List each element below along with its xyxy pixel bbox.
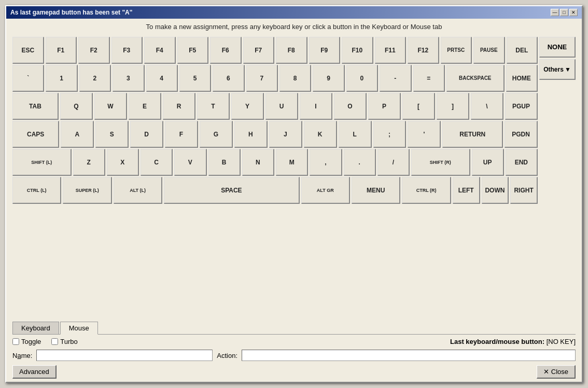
key-z[interactable]: Z xyxy=(73,149,105,176)
key-8[interactable]: 8 xyxy=(279,65,311,92)
key-7[interactable]: 7 xyxy=(246,65,278,92)
key-k[interactable]: K xyxy=(304,121,337,148)
key-c[interactable]: C xyxy=(141,149,173,176)
key-9[interactable]: 9 xyxy=(313,65,344,92)
key-pgup[interactable]: PGUP xyxy=(505,93,538,120)
key-prtsc[interactable]: PRTSC xyxy=(441,37,472,64)
minimize-button[interactable]: — xyxy=(551,9,559,16)
key-d[interactable]: D xyxy=(130,121,163,148)
key-f6[interactable]: F6 xyxy=(210,37,242,64)
others-button[interactable]: Others ▼ xyxy=(539,59,576,80)
advanced-button[interactable]: Advanced xyxy=(12,365,57,379)
key-shift-right[interactable]: SHIFT (R) xyxy=(411,149,470,176)
key-f[interactable]: F xyxy=(165,121,198,148)
action-input[interactable] xyxy=(242,350,576,361)
tab-keyboard[interactable]: Keyboard xyxy=(12,322,59,334)
key-o[interactable]: O xyxy=(334,93,367,120)
key-j[interactable]: J xyxy=(269,121,302,148)
key-end[interactable]: END xyxy=(506,149,538,176)
key-backtick[interactable]: ` xyxy=(12,65,44,92)
key-quote[interactable]: ' xyxy=(408,121,441,148)
key-down[interactable]: DOWN xyxy=(482,177,509,204)
key-t[interactable]: T xyxy=(197,93,230,120)
key-p[interactable]: P xyxy=(368,93,401,120)
key-f2[interactable]: F2 xyxy=(78,37,110,64)
key-home[interactable]: HOME xyxy=(506,65,538,92)
key-slash[interactable]: / xyxy=(377,149,410,176)
key-3[interactable]: 3 xyxy=(113,65,144,92)
key-u[interactable]: U xyxy=(265,93,298,120)
key-2[interactable]: 2 xyxy=(79,65,111,92)
key-s[interactable]: S xyxy=(95,121,129,148)
key-comma[interactable]: , xyxy=(310,149,342,176)
turbo-checkbox[interactable] xyxy=(51,338,58,345)
key-period[interactable]: . xyxy=(344,149,376,176)
toggle-checkbox[interactable] xyxy=(12,338,19,345)
key-rbracket[interactable]: ] xyxy=(437,93,469,120)
key-minus[interactable]: - xyxy=(380,65,411,92)
key-up[interactable]: UP xyxy=(472,149,504,176)
toggle-text: Toggle xyxy=(21,338,41,345)
key-menu[interactable]: MENU xyxy=(352,177,400,204)
key-e[interactable]: E xyxy=(129,93,161,120)
key-esc[interactable]: ESC xyxy=(12,37,44,64)
key-f7[interactable]: F7 xyxy=(243,37,275,64)
key-f4[interactable]: F4 xyxy=(144,37,176,64)
key-backspace[interactable]: BACKSPACE xyxy=(446,65,505,92)
key-left[interactable]: LEFT xyxy=(453,177,480,204)
key-pgdn[interactable]: PGDN xyxy=(505,121,538,148)
key-l[interactable]: L xyxy=(339,121,372,148)
key-g[interactable]: G xyxy=(200,121,233,148)
key-pause[interactable]: PAUSE xyxy=(473,37,505,64)
key-i[interactable]: I xyxy=(300,93,332,120)
key-f1[interactable]: F1 xyxy=(46,37,77,64)
name-input[interactable] xyxy=(36,350,213,361)
key-alt-gr[interactable]: ALT GR xyxy=(301,177,350,204)
key-semicolon[interactable]: ; xyxy=(373,121,407,148)
key-m[interactable]: M xyxy=(276,149,308,176)
key-6[interactable]: 6 xyxy=(213,65,244,92)
key-backslash[interactable]: \ xyxy=(471,93,503,120)
key-r[interactable]: R xyxy=(163,93,195,120)
close-button[interactable]: ✕ Close xyxy=(537,365,576,379)
key-f11[interactable]: F11 xyxy=(375,37,407,64)
key-y[interactable]: Y xyxy=(231,93,264,120)
key-4[interactable]: 4 xyxy=(146,65,178,92)
key-lbracket[interactable]: [ xyxy=(402,93,435,120)
tab-mouse[interactable]: Mouse xyxy=(60,322,98,335)
key-del[interactable]: DEL xyxy=(507,37,538,64)
key-return[interactable]: RETURN xyxy=(442,121,503,148)
key-n[interactable]: N xyxy=(242,149,274,176)
toggle-label[interactable]: Toggle xyxy=(12,338,41,345)
key-alt-left[interactable]: ALT (L) xyxy=(114,177,162,204)
key-b[interactable]: B xyxy=(208,149,241,176)
key-f8[interactable]: F8 xyxy=(276,37,307,64)
key-right[interactable]: RIGHT xyxy=(510,177,538,204)
key-f12[interactable]: F12 xyxy=(408,37,439,64)
key-f9[interactable]: F9 xyxy=(309,37,341,64)
close-title-button[interactable]: ✕ xyxy=(569,9,578,16)
key-v[interactable]: V xyxy=(174,149,206,176)
none-button[interactable]: NONE xyxy=(539,37,576,58)
key-ctrl-right[interactable]: CTRL (R) xyxy=(402,177,451,204)
key-f5[interactable]: F5 xyxy=(177,37,209,64)
key-0[interactable]: 0 xyxy=(346,65,378,92)
key-h[interactable]: H xyxy=(234,121,268,148)
key-super-left[interactable]: SUPER (L) xyxy=(63,177,111,204)
key-shift-left[interactable]: SHIFT (L) xyxy=(12,149,72,176)
key-tab[interactable]: TAB xyxy=(12,93,59,120)
turbo-label[interactable]: Turbo xyxy=(51,338,77,345)
maximize-button[interactable]: □ xyxy=(560,9,568,16)
key-space[interactable]: SPACE xyxy=(164,177,299,204)
key-equals[interactable]: = xyxy=(413,65,445,92)
key-q[interactable]: Q xyxy=(60,93,93,120)
key-caps[interactable]: CAPS xyxy=(12,121,59,148)
key-ctrl-left[interactable]: CTRL (L) xyxy=(12,177,61,204)
key-f10[interactable]: F10 xyxy=(342,37,373,64)
key-x[interactable]: X xyxy=(107,149,139,176)
key-f3[interactable]: F3 xyxy=(111,37,143,64)
key-1[interactable]: 1 xyxy=(46,65,77,92)
key-w[interactable]: W xyxy=(94,93,127,120)
key-5[interactable]: 5 xyxy=(179,65,211,92)
key-a[interactable]: A xyxy=(61,121,94,148)
